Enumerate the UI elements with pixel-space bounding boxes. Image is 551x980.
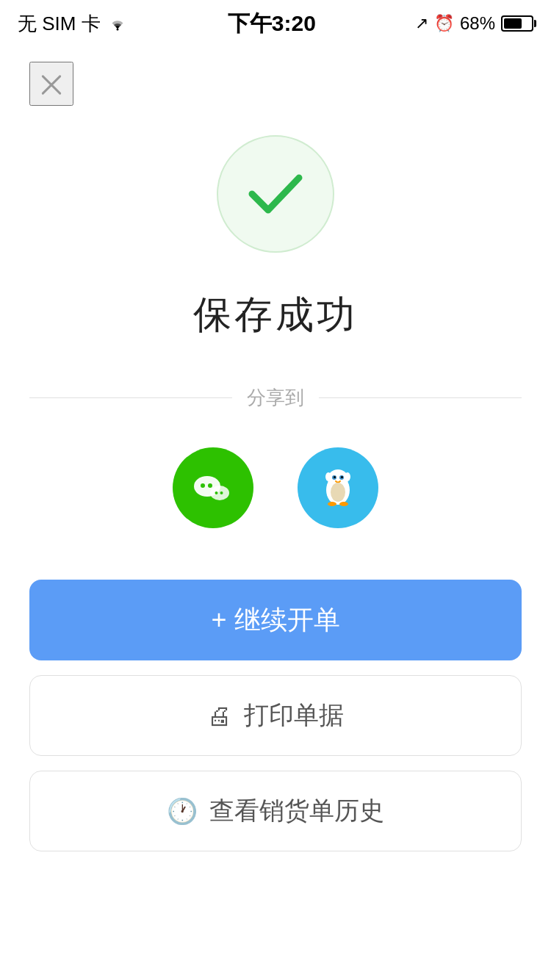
- status-time: 下午3:20: [228, 9, 316, 39]
- svg-point-11: [334, 476, 336, 478]
- alarm-icon: ⏰: [434, 14, 454, 33]
- svg-point-3: [208, 483, 212, 488]
- carrier-text: 无 SIM 卡: [18, 11, 101, 37]
- status-bar: 无 SIM 卡 下午3:20 ↗ ⏰ 68%: [0, 0, 551, 47]
- main-content: 保存成功 分享到: [0, 47, 551, 980]
- action-buttons: + 继续开单 🖨 打印单据 🕐 查看销货单历史: [29, 580, 522, 851]
- svg-point-12: [341, 476, 343, 478]
- share-divider: 分享到: [29, 385, 522, 411]
- svg-point-15: [331, 483, 345, 502]
- view-history-button[interactable]: 🕐 查看销货单历史: [29, 771, 522, 851]
- divider-left: [29, 397, 232, 398]
- close-button[interactable]: [29, 62, 73, 106]
- close-x-icon: [38, 71, 65, 97]
- svg-point-14: [345, 472, 350, 481]
- svg-point-4: [210, 486, 229, 500]
- view-history-label: 查看销货单历史: [209, 794, 384, 828]
- svg-point-2: [201, 483, 205, 488]
- svg-point-5: [215, 491, 218, 494]
- battery-percent: 68%: [460, 13, 495, 34]
- printer-icon: 🖨: [207, 702, 232, 730]
- wechat-icon: [190, 464, 237, 511]
- wechat-share-button[interactable]: [173, 447, 253, 528]
- wifi-icon: [107, 15, 129, 32]
- status-indicators: ↗ ⏰ 68%: [415, 13, 533, 34]
- status-carrier: 无 SIM 卡: [18, 11, 129, 37]
- share-icons-row: [29, 447, 522, 528]
- svg-point-13: [325, 472, 331, 481]
- battery-icon: [501, 15, 533, 32]
- location-icon: ↗: [415, 14, 428, 33]
- success-circle: [217, 135, 334, 253]
- svg-point-17: [339, 502, 348, 506]
- svg-point-16: [328, 502, 336, 506]
- print-receipt-label: 打印单据: [244, 699, 344, 732]
- qq-icon: [314, 464, 361, 511]
- print-receipt-button[interactable]: 🖨 打印单据: [29, 675, 522, 756]
- qq-share-button[interactable]: [298, 447, 378, 528]
- divider-right: [319, 397, 522, 398]
- continue-order-label: + 继续开单: [211, 602, 339, 638]
- history-icon: 🕐: [167, 796, 198, 826]
- svg-point-6: [220, 491, 223, 494]
- svg-point-0: [116, 29, 118, 31]
- share-label: 分享到: [247, 385, 304, 411]
- checkmark-icon: [246, 172, 305, 216]
- continue-order-button[interactable]: + 继续开单: [29, 580, 522, 660]
- success-title: 保存成功: [193, 289, 358, 341]
